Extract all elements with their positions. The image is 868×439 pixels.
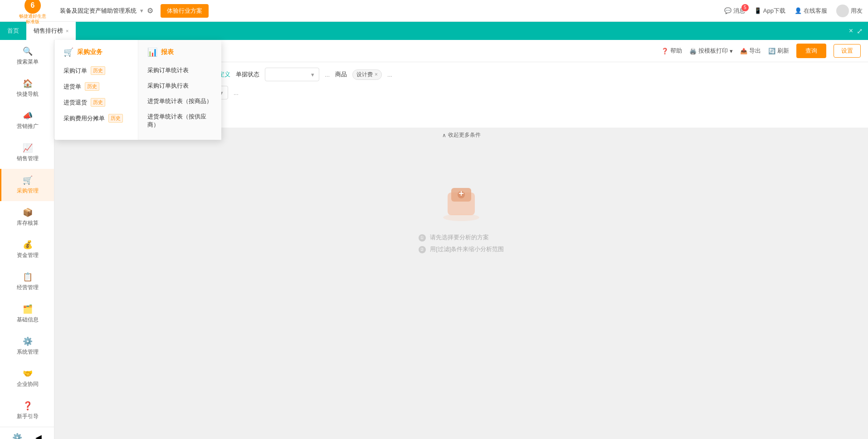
order-status-arrow: ▾ (311, 71, 314, 78)
settings-btn[interactable]: 设置 (834, 44, 861, 58)
order-status-label: 单据状态 (236, 70, 259, 79)
finance-icon: 💰 (23, 240, 33, 250)
query-btn[interactable]: 查询 (796, 44, 826, 58)
home-icon: 🏠 (23, 79, 33, 89)
system-dropdown-arrow[interactable]: ▾ (140, 7, 143, 14)
sidebar-item-purchase[interactable]: 🛒 采购管理 (0, 169, 54, 201)
logo-area: 6 畅捷通好生意 标准版 (5, 0, 60, 25)
sidebar-item-quick-nav[interactable]: 🏠 快捷导航 (0, 72, 54, 104)
menu-item-incoming[interactable]: 进货单 历史 (54, 79, 138, 94)
sidebar-item-newbie[interactable]: ❓ 新手引导 (0, 395, 54, 427)
dropdown-report-header: 📊 报表 (138, 47, 222, 63)
tip2-dot: ② (419, 246, 426, 253)
sidebar-bottom: ⚙️ ◀ (0, 427, 54, 439)
header-right: 💬 消息 5 📱 App下载 👤 在线客服 用友 (724, 5, 863, 17)
marketing-icon: 📣 (23, 111, 33, 121)
sales-icon: 📈 (23, 143, 33, 153)
sidebar-item-operations[interactable]: 📋 经营管理 (0, 266, 54, 298)
system-title: 装备及固定资产辅助管理系统 (60, 7, 137, 15)
history-tag-1: 历史 (85, 82, 99, 91)
tab-bar: 首页 销售排行榜 × × ⤢ (0, 22, 868, 40)
order-status-select[interactable]: ▾ (265, 68, 319, 81)
logo-text: 畅捷通好生意 标准版 (19, 14, 46, 25)
purchase-icon: 🛒 (23, 175, 33, 185)
inventory-icon: 📦 (23, 207, 33, 217)
print-dropdown-icon[interactable]: ▾ (730, 48, 733, 54)
phone-icon: 📱 (754, 7, 761, 14)
menu-item-incoming-stats-by-goods[interactable]: 进货单统计表（按商品） (138, 94, 222, 109)
sidebar-item-inventory[interactable]: 📦 库存核算 (0, 201, 54, 233)
service-icon: 👤 (795, 7, 802, 14)
sidebar-item-finance[interactable]: 💰 资金管理 (0, 233, 54, 266)
sidebar-item-marketing[interactable]: 📣 营销推广 (0, 104, 54, 137)
empty-tip-2: ② 用[过滤]条件来缩小分析范围 (419, 245, 504, 253)
messages-btn[interactable]: 💬 消息 5 (724, 7, 745, 15)
collapse-arrow-icon: ∧ (442, 132, 446, 138)
user-avatar (836, 5, 849, 17)
dropdown-col-purchase: 🛒 采购业务 采购订单 历史 进货单 历史 进货退货 历史 采购费用分摊单 历史 (54, 40, 138, 140)
enterprise-icon: 🤝 (23, 369, 33, 379)
order-status-more[interactable]: ... (325, 71, 330, 78)
logo-icon: 6 (24, 0, 41, 14)
online-service-btn[interactable]: 👤 在线客服 (795, 7, 827, 15)
system-icon: ⚙️ (23, 336, 33, 346)
sidebar-collapse-icon[interactable]: ◀ (35, 433, 42, 439)
menu-item-purchase-order-exec[interactable]: 采购订单执行表 (138, 78, 222, 94)
refresh-btn[interactable]: 🔄 刷新 (768, 47, 789, 55)
user-area[interactable]: 用友 (836, 5, 863, 17)
goods-tag: 设计费 × (352, 69, 382, 80)
tab-close-window-icon[interactable]: × (849, 27, 853, 35)
sidebar: 🔍 搜索菜单 🏠 快捷导航 📣 营销推广 📈 销售管理 🛒 采购管理 📦 库存核… (0, 40, 54, 439)
message-badge: 5 (741, 4, 749, 11)
message-icon: 💬 (724, 7, 731, 14)
salesperson-more[interactable]: ... (234, 89, 239, 96)
tab-expand-icon[interactable]: ⤢ (857, 27, 863, 35)
history-tag-3: 历史 (108, 114, 123, 123)
history-tag-2: 历史 (91, 98, 105, 107)
sidebar-item-basic-info[interactable]: 🗂️ 基础信息 (0, 298, 54, 330)
settings-icon[interactable]: ⚙ (147, 6, 153, 15)
goods-tag-close[interactable]: × (375, 71, 378, 78)
basic-info-icon: 🗂️ (23, 304, 33, 314)
empty-state: ① 请先选择要分析的方案 ② 用[过滤]条件来缩小分析范围 (54, 143, 868, 293)
goods-label: 商品 (335, 70, 347, 79)
purchase-dropdown-menu: 🛒 采购业务 采购订单 历史 进货单 历史 进货退货 历史 采购费用分摊单 历史… (54, 40, 221, 140)
sidebar-item-sales[interactable]: 📈 销售管理 (0, 137, 54, 169)
tab-right-icons: × ⤢ (849, 27, 868, 35)
sidebar-item-enterprise[interactable]: 🤝 企业协同 (0, 362, 54, 395)
empty-tips: ① 请先选择要分析的方案 ② 用[过滤]条件来缩小分析范围 (419, 233, 504, 257)
sidebar-item-system[interactable]: ⚙️ 系统管理 (0, 330, 54, 362)
sidebar-settings-icon[interactable]: ⚙️ (12, 433, 22, 439)
help-icon: ❓ (661, 48, 668, 54)
history-tag-0: 历史 (91, 66, 105, 75)
tab-sales-rank[interactable]: 销售排行榜 × (26, 22, 76, 40)
menu-item-return[interactable]: 进货退货 历史 (54, 94, 138, 110)
toolbar-right: ❓ 帮助 🖨️ 按模板打印 ▾ 📤 导出 🔄 刷新 查询 设置 (661, 44, 861, 58)
tip1-dot: ① (419, 234, 426, 242)
export-icon: 📤 (740, 48, 747, 54)
sidebar-item-search[interactable]: 🔍 搜索菜单 (0, 40, 54, 72)
search-icon: 🔍 (23, 46, 33, 56)
goods-more[interactable]: ... (387, 71, 392, 78)
template-print-btn[interactable]: 🖨️ 按模板打印 ▾ (689, 47, 733, 55)
report-menu-icon: 📊 (147, 47, 157, 57)
industry-btn[interactable]: 体验行业方案 (161, 4, 209, 18)
empty-tip-1: ① 请先选择要分析的方案 (419, 233, 504, 242)
tab-close-icon[interactable]: × (66, 28, 68, 34)
menu-item-purchase-order[interactable]: 采购订单 历史 (54, 63, 138, 79)
dropdown-purchase-header: 🛒 采购业务 (54, 47, 138, 63)
top-header: 6 畅捷通好生意 标准版 装备及固定资产辅助管理系统 ▾ ⚙ 体验行业方案 💬 … (0, 0, 868, 22)
dropdown-col-report: 📊 报表 采购订单统计表 采购订单执行表 进货单统计表（按商品） 进货单统计表（… (138, 40, 222, 140)
empty-illustration (434, 179, 488, 224)
menu-item-purchase-expense[interactable]: 采购费用分摊单 历史 (54, 110, 138, 126)
menu-item-incoming-stats-by-supplier[interactable]: 进货单统计表（按供应商） (138, 109, 222, 133)
app-download-btn[interactable]: 📱 App下载 (754, 7, 785, 15)
refresh-icon: 🔄 (768, 48, 775, 54)
purchase-menu-icon: 🛒 (63, 47, 73, 57)
export-btn[interactable]: 📤 导出 (740, 47, 761, 55)
tab-home[interactable]: 首页 (0, 22, 26, 40)
help-btn[interactable]: ❓ 帮助 (661, 47, 682, 55)
menu-item-purchase-order-stats[interactable]: 采购订单统计表 (138, 63, 222, 78)
print-icon: 🖨️ (689, 48, 697, 54)
newbie-icon: ❓ (23, 401, 33, 411)
